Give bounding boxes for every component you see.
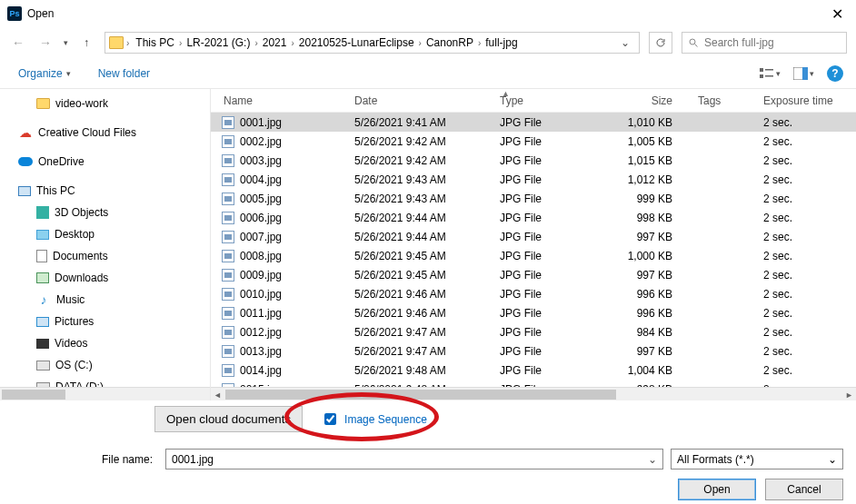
col-exposure[interactable]: Exposure time: [756, 94, 856, 107]
view-mode-button[interactable]: ▾: [760, 67, 781, 80]
tree-hscrollbar[interactable]: [0, 387, 210, 400]
tree-item[interactable]: This PC: [11, 180, 210, 202]
tree-item[interactable]: Videos: [11, 332, 210, 354]
file-row[interactable]: 0014.jpg5/26/2021 9:48 AMJPG File1,004 K…: [211, 361, 856, 380]
back-button[interactable]: ←: [9, 34, 27, 52]
search-placeholder: Search full-jpg: [704, 36, 774, 49]
tree-item[interactable]: video-work: [11, 93, 210, 114]
tree-item-label: 3D Objects: [55, 206, 108, 219]
tree-item[interactable]: Downloads: [11, 267, 210, 289]
file-exposure: 2 sec.: [756, 231, 856, 243]
file-row[interactable]: 0001.jpg5/26/2021 9:41 AMJPG File1,010 K…: [211, 113, 856, 132]
help-button[interactable]: ?: [827, 65, 843, 82]
file-row[interactable]: 0010.jpg5/26/2021 9:46 AMJPG File996 KB2…: [211, 284, 856, 303]
file-row[interactable]: 0009.jpg5/26/2021 9:45 AMJPG File997 KB2…: [211, 265, 856, 284]
scroll-right-icon[interactable]: ►: [842, 388, 856, 400]
col-name[interactable]: Name: [211, 94, 347, 107]
tree-item[interactable]: 3D Objects: [11, 202, 210, 223]
file-name: 0004.jpg: [240, 173, 347, 186]
file-exposure: 2 sec.: [756, 154, 856, 167]
breadcrumb-segment[interactable]: full-jpg: [482, 36, 521, 49]
file-type: JPG File: [493, 250, 602, 262]
tree-item[interactable]: OS (C:): [11, 354, 210, 376]
breadcrumb-segment[interactable]: CanonRP: [423, 36, 477, 49]
nav-tree[interactable]: video-work☁Creative Cloud FilesOneDriveT…: [0, 89, 211, 400]
scroll-left-icon[interactable]: ◄: [211, 388, 224, 400]
col-size[interactable]: Size: [602, 94, 691, 107]
close-icon[interactable]: ✕: [826, 4, 849, 25]
file-row[interactable]: 0007.jpg5/26/2021 9:44 AMJPG File997 KB2…: [211, 227, 856, 246]
file-size: 1,004 KB: [602, 364, 691, 377]
svg-line-1: [695, 44, 698, 47]
file-name: 0007.jpg: [240, 231, 347, 243]
preview-pane-button[interactable]: ▾: [793, 67, 814, 80]
breadcrumb[interactable]: › This PC›LR-2021 (G:)›2021›20210525-Lun…: [105, 32, 640, 54]
tree-item[interactable]: ☁Creative Cloud Files: [11, 122, 210, 143]
list-hscrollbar[interactable]: ◄ ►: [211, 387, 856, 400]
file-size: 997 KB: [602, 269, 691, 282]
organize-button[interactable]: Organize▾: [13, 64, 76, 84]
search-input[interactable]: Search full-jpg: [682, 32, 847, 54]
file-size: 1,015 KB: [602, 154, 691, 167]
file-row[interactable]: 0008.jpg5/26/2021 9:45 AMJPG File1,000 K…: [211, 246, 856, 265]
history-dropdown[interactable]: ▾: [64, 38, 68, 47]
file-type: JPG File: [493, 307, 602, 320]
breadcrumb-segment[interactable]: This PC: [132, 36, 178, 49]
image-sequence-label: Image Sequence: [344, 413, 427, 426]
file-date: 5/26/2021 9:47 AM: [347, 326, 493, 339]
pic-icon: [36, 317, 49, 327]
chevron-right-icon: ›: [254, 38, 258, 48]
column-headers[interactable]: Name Date Type Size Tags Exposure time ▲: [211, 89, 856, 113]
file-format-select[interactable]: All Formats (*.*) ⌄: [671, 449, 843, 469]
svg-point-0: [690, 39, 695, 44]
up-button[interactable]: ↑: [77, 34, 95, 52]
file-name: 0011.jpg: [240, 307, 347, 320]
new-folder-button[interactable]: New folder: [93, 64, 155, 84]
file-row[interactable]: 0005.jpg5/26/2021 9:43 AMJPG File999 KB2…: [211, 189, 856, 208]
file-row[interactable]: 0002.jpg5/26/2021 9:42 AMJPG File1,005 K…: [211, 132, 856, 151]
filename-dropdown[interactable]: ⌄: [648, 453, 657, 466]
breadcrumb-dropdown[interactable]: ⌄: [615, 36, 635, 49]
col-tags[interactable]: Tags: [691, 94, 756, 107]
file-type: JPG File: [493, 116, 602, 129]
folder-icon: [36, 98, 50, 109]
file-type: JPG File: [493, 193, 602, 205]
open-button[interactable]: Open: [678, 479, 756, 500]
open-cloud-documents-button[interactable]: Open cloud documents: [154, 406, 303, 432]
file-row[interactable]: 0013.jpg5/26/2021 9:47 AMJPG File997 KB2…: [211, 341, 856, 361]
file-date: 5/26/2021 9:43 AM: [347, 193, 493, 205]
breadcrumb-segment[interactable]: 20210525-LunarEclipse: [295, 36, 418, 49]
refresh-button[interactable]: [649, 32, 672, 54]
tree-item[interactable]: Desktop: [11, 223, 210, 245]
pc-icon: [18, 186, 31, 196]
tree-item-label: Pictures: [55, 315, 94, 328]
file-row[interactable]: 0011.jpg5/26/2021 9:46 AMJPG File996 KB2…: [211, 303, 856, 322]
tree-item[interactable]: OneDrive: [11, 151, 210, 173]
jpg-file-icon: [222, 231, 234, 243]
cancel-button[interactable]: Cancel: [765, 479, 843, 500]
breadcrumb-segment[interactable]: LR-2021 (G:): [183, 36, 254, 49]
image-sequence-checkbox[interactable]: [324, 413, 336, 425]
file-row[interactable]: 0004.jpg5/26/2021 9:43 AMJPG File1,012 K…: [211, 170, 856, 189]
file-row[interactable]: 0015.jpg5/26/2021 9:48 AMJPG File998 KB2…: [211, 380, 856, 387]
file-row[interactable]: 0006.jpg5/26/2021 9:44 AMJPG File998 KB2…: [211, 208, 856, 227]
file-name: 0009.jpg: [240, 269, 347, 282]
view-icon: [760, 67, 774, 80]
forward-button[interactable]: →: [36, 34, 55, 52]
dl-icon: [36, 272, 49, 283]
tree-item[interactable]: Pictures: [11, 311, 210, 332]
tree-item[interactable]: Documents: [11, 245, 210, 267]
file-row[interactable]: 0003.jpg5/26/2021 9:42 AMJPG File1,015 K…: [211, 151, 856, 170]
file-row[interactable]: 0012.jpg5/26/2021 9:47 AMJPG File984 KB2…: [211, 322, 856, 341]
file-list: Name Date Type Size Tags Exposure time ▲…: [211, 89, 856, 400]
breadcrumb-segment[interactable]: 2021: [259, 36, 291, 49]
tree-item[interactable]: ♪Music: [11, 289, 210, 311]
col-date[interactable]: Date: [347, 94, 493, 107]
filename-input[interactable]: 0001.jpg ⌄: [165, 449, 663, 469]
folder-icon: [109, 36, 124, 49]
file-size: 997 KB: [602, 345, 691, 358]
file-name: 0012.jpg: [240, 326, 347, 339]
file-type: JPG File: [493, 364, 602, 377]
jpg-file-icon: [222, 364, 234, 377]
file-size: 1,005 KB: [602, 135, 691, 148]
